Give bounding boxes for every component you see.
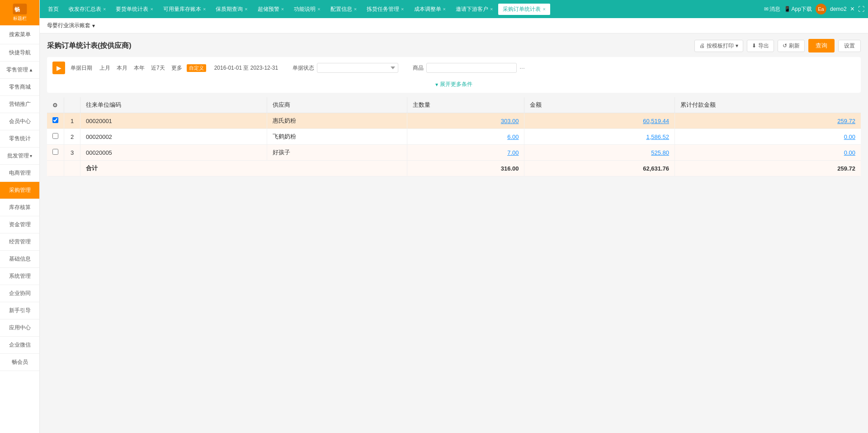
tab-chengbentiaozhen[interactable]: 成本调整单 × xyxy=(410,4,450,15)
tab-close-icon[interactable]: × xyxy=(150,6,153,12)
goods-search-input[interactable] xyxy=(426,63,517,73)
table-footer-row: 合计 316.00 62,631.76 259.72 xyxy=(47,161,861,176)
tab-chaochuyujing[interactable]: 超储预警 × xyxy=(253,4,288,15)
row-qty: 303.00 xyxy=(407,113,524,129)
sidebar-item-label: 零售统计 xyxy=(9,135,31,143)
tab-close-icon[interactable]: × xyxy=(317,6,320,12)
tab-gongneng[interactable]: 功能说明 × xyxy=(289,4,325,15)
tab-shoufahuihui[interactable]: 收发存汇总表 × xyxy=(64,4,110,15)
tab-close-icon[interactable]: × xyxy=(443,6,446,12)
tab-close-icon[interactable]: × xyxy=(354,6,357,12)
search-menu-label[interactable]: 搜索菜单 xyxy=(3,29,37,40)
page-header: 采购订单统计表(按供应商) 🖨 按模板打印 ▾ ⬇ 导出 ↺ 刷新 查询 xyxy=(47,39,861,52)
svg-text:畅: 畅 xyxy=(14,6,20,13)
th-amount: 金额 xyxy=(524,97,675,113)
shortcut-this-month[interactable]: 本月 xyxy=(115,63,129,73)
sidebar-search-section: 搜索菜单 xyxy=(0,25,39,44)
tab-keyongliang[interactable]: 可用量库存账本 × xyxy=(159,4,210,15)
sidebar-item-label: 企业微信 xyxy=(9,341,31,349)
filter-toggle-button[interactable]: ▶ xyxy=(52,62,65,74)
sidebar-item-label: 采购管理 xyxy=(9,186,31,194)
expand-more-button[interactable]: ▾ 展开更多条件 xyxy=(435,81,472,88)
th-settings[interactable]: ⚙ xyxy=(47,97,64,113)
window-close-button[interactable]: × xyxy=(850,5,854,13)
shortcut-last-month[interactable]: 上月 xyxy=(98,63,112,73)
sidebar-item-stock[interactable]: 库存核算 xyxy=(0,199,39,216)
shortcut-more[interactable]: 更多 xyxy=(170,63,184,73)
tab-close-icon[interactable]: × xyxy=(542,6,545,12)
sidebar-item-retail-stats[interactable]: 零售统计 xyxy=(0,130,39,148)
sidebar-item-wechat-work[interactable]: 企业微信 xyxy=(0,337,39,354)
row-checkbox[interactable] xyxy=(47,145,64,161)
tab-home[interactable]: 首页 xyxy=(43,4,63,15)
sidebar-item-marketing[interactable]: 营销推广 xyxy=(0,96,39,113)
sidebar-item-basic[interactable]: 基础信息 xyxy=(0,251,39,268)
sidebar-item-label: 经营管理 xyxy=(9,238,31,246)
sidebar-item-label: 应用中心 xyxy=(9,324,31,332)
date-filter-label: 单据日期 xyxy=(71,64,92,72)
settings-button[interactable]: 设置 xyxy=(838,40,861,52)
sidebar-item-wholesale[interactable]: 批发管理 ▾ xyxy=(0,148,39,165)
sidebar-item-retail[interactable]: 零售管理 ▲ xyxy=(0,62,39,79)
tab-close-icon[interactable]: × xyxy=(245,6,247,12)
tab-peizhi[interactable]: 配置信息 × xyxy=(326,4,361,15)
tab-close-icon[interactable]: × xyxy=(103,6,106,12)
footer-qty: 316.00 xyxy=(407,161,524,176)
tab-close-icon[interactable]: × xyxy=(203,6,206,12)
export-button[interactable]: ⬇ 导出 xyxy=(747,40,774,52)
footer-empty-settings xyxy=(47,161,64,176)
refresh-button[interactable]: ↺ 刷新 xyxy=(778,40,805,52)
row-checkbox[interactable] xyxy=(47,113,64,129)
tab-zhihuorenwu[interactable]: 拣货任务管理 × xyxy=(362,4,408,15)
window-fullscreen-button[interactable]: ⛶ xyxy=(858,5,864,13)
account-dropdown[interactable]: 母婴行业演示账套 ▾ xyxy=(47,22,95,29)
tab-baozhi[interactable]: 保质期查询 × xyxy=(211,4,252,15)
print-button[interactable]: 🖨 按模板打印 ▾ xyxy=(694,40,743,52)
tab-yaohuo[interactable]: 要货单统计表 × xyxy=(111,4,157,15)
page-title-text: 采购订单统计表(按供应商) xyxy=(47,41,132,51)
message-icon: ✉ xyxy=(764,6,769,12)
status-filter-label: 单据状态 xyxy=(292,64,314,72)
more-options-icon[interactable]: ··· xyxy=(519,64,525,71)
th-paid: 累计付款金额 xyxy=(675,97,861,113)
tab-close-icon[interactable]: × xyxy=(490,6,493,12)
sidebar-item-operation[interactable]: 经营管理 xyxy=(0,233,39,251)
sidebar-item-label: 零售商城 xyxy=(9,83,31,91)
topbar: 首页 收发存汇总表 × 要货单统计表 × 可用量库存账本 × 保质期查询 × 超… xyxy=(40,0,868,18)
footer-empty-index xyxy=(64,161,80,176)
app-download-button[interactable]: 📱 App下载 xyxy=(784,5,812,13)
footer-amount: 62,631.76 xyxy=(524,161,675,176)
sidebar-item-member[interactable]: 会员中心 xyxy=(0,113,39,130)
tab-close-icon[interactable]: × xyxy=(281,6,284,12)
sidebar-item-label: 基础信息 xyxy=(9,255,31,263)
row-code: 00020002 xyxy=(80,129,267,145)
shortcut-this-year[interactable]: 本年 xyxy=(132,63,146,73)
tab-caigoudingtong[interactable]: 采购订单统计表 × xyxy=(498,4,550,15)
shortcut-7days[interactable]: 近7天 xyxy=(149,63,167,73)
row-checkbox[interactable] xyxy=(47,129,64,145)
sidebar-item-enterprise[interactable]: 企业协同 xyxy=(0,285,39,302)
tab-yaoqingxiayou[interactable]: 邀请下游客户 × xyxy=(451,4,497,15)
user-name[interactable]: demo2 xyxy=(830,6,847,12)
chevron-down-icon: ▾ xyxy=(736,43,738,49)
sidebar-item-retail-shop[interactable]: 零售商城 xyxy=(0,79,39,96)
row-paid: 0.00 xyxy=(675,129,861,145)
sidebar-item-finance[interactable]: 资金管理 xyxy=(0,216,39,233)
tab-close-icon[interactable]: × xyxy=(401,6,404,12)
sidebar-item-system[interactable]: 系统管理 xyxy=(0,268,39,285)
quick-nav-label[interactable]: 快捷导航 xyxy=(4,47,36,58)
message-button[interactable]: ✉ 消息 xyxy=(764,5,780,13)
custom-date-tag[interactable]: 自定义 xyxy=(187,64,206,72)
sidebar-item-app-center[interactable]: 应用中心 xyxy=(0,319,39,337)
status-select[interactable] xyxy=(317,63,398,73)
query-button[interactable]: 查询 xyxy=(808,39,835,52)
sidebar-item-newbie[interactable]: 新手引导 xyxy=(0,302,39,319)
row-amount: 1,586.52 xyxy=(524,129,675,145)
tab-label: 收发存汇总表 xyxy=(69,5,101,13)
sidebar-item-ecommerce[interactable]: 电商管理 xyxy=(0,165,39,182)
row-paid: 259.72 xyxy=(675,113,861,129)
user-avatar[interactable]: Ea xyxy=(816,4,826,14)
tab-label: 采购订单统计表 xyxy=(503,5,541,13)
sidebar-item-purchase[interactable]: 采购管理 xyxy=(0,182,39,199)
sidebar-item-vip[interactable]: 畅会员 xyxy=(0,354,39,371)
